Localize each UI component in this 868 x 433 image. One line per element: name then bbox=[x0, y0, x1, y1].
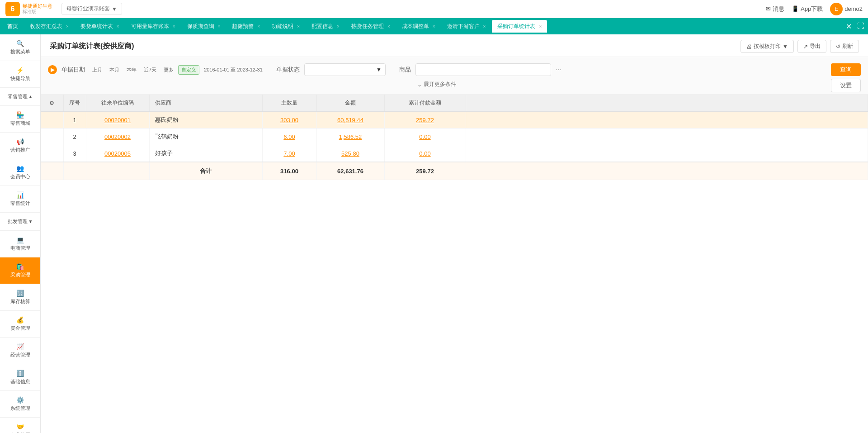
close-icon[interactable]: × bbox=[218, 24, 221, 29]
date-btn-this-month[interactable]: 本月 bbox=[107, 66, 122, 74]
close-icon[interactable]: × bbox=[117, 24, 119, 29]
row-code-0[interactable]: 00020001 bbox=[86, 112, 149, 128]
row-paid-1[interactable]: 0.00 bbox=[384, 128, 466, 145]
col-extra bbox=[466, 95, 868, 112]
export-button[interactable]: ↗ 导出 bbox=[797, 40, 826, 53]
close-icon[interactable]: × bbox=[483, 24, 486, 29]
footer-paid: 259.72 bbox=[384, 162, 466, 180]
page-title: 采购订单统计表(按供应商) bbox=[50, 42, 134, 51]
close-icon[interactable]: × bbox=[66, 24, 69, 29]
row-settings-1 bbox=[41, 128, 63, 145]
sidebar-item-kucun[interactable]: 🔢 库存核算 bbox=[0, 284, 40, 311]
close-icon[interactable]: × bbox=[539, 24, 542, 29]
status-select[interactable]: ▼ bbox=[304, 63, 386, 76]
row-qty-2[interactable]: 7.00 bbox=[262, 145, 316, 162]
date-custom-tag[interactable]: 自定义 bbox=[178, 65, 199, 75]
row-num-0: 1 bbox=[63, 112, 86, 128]
close-icon[interactable]: × bbox=[257, 24, 260, 29]
sidebar-item-quicknav[interactable]: ⚡ 快捷导航 bbox=[0, 61, 40, 88]
dropdown-icon: ▼ bbox=[783, 43, 788, 50]
row-amount-0[interactable]: 60,519.44 bbox=[316, 112, 384, 128]
row-extra-0 bbox=[466, 112, 868, 128]
date-btn-last-month[interactable]: 上月 bbox=[90, 66, 105, 74]
goods-label: 商品 bbox=[399, 66, 411, 74]
print-button[interactable]: 🖨 按模板打印 ▼ bbox=[741, 40, 794, 53]
tab-chengben[interactable]: 成本调整单 × bbox=[396, 20, 441, 33]
sidebar-item-jingying[interactable]: 📈 经营管理 bbox=[0, 338, 40, 364]
close-icon[interactable]: × bbox=[433, 24, 435, 29]
message-btn[interactable]: ✉ 消息 bbox=[766, 5, 784, 13]
row-supplier-0: 惠氏奶粉 bbox=[149, 112, 262, 128]
row-num-1: 2 bbox=[63, 128, 86, 145]
query-button[interactable]: 查询 bbox=[831, 63, 861, 76]
sidebar-item-huiyuan[interactable]: 👥 会员中心 bbox=[0, 159, 40, 186]
expand-icon: ▲ bbox=[28, 94, 33, 99]
row-code-2[interactable]: 00020005 bbox=[86, 145, 149, 162]
chevron-down-icon: ▼ bbox=[376, 67, 382, 73]
tab-baozhiqi[interactable]: 保质期查询 × bbox=[182, 20, 226, 33]
sidebar-item-search[interactable]: 🔍 搜索菜单 bbox=[0, 34, 40, 61]
tab-yaohuo[interactable]: 要货单统计表 × bbox=[75, 20, 125, 33]
tab-peizhi[interactable]: 配置信息 × bbox=[306, 20, 345, 33]
col-qty-header: 主数量 bbox=[262, 95, 316, 112]
sidebar-item-jichu[interactable]: ℹ️ 基础信息 bbox=[0, 364, 40, 391]
logo-icon: 6 bbox=[5, 2, 20, 16]
row-supplier-2: 好孩子 bbox=[149, 145, 262, 162]
org-selector[interactable]: 母婴行业演示账套 ▼ bbox=[61, 3, 122, 15]
goods-input[interactable] bbox=[415, 63, 551, 76]
app-download-btn[interactable]: 📱 App下载 bbox=[792, 5, 823, 13]
window-close-icon[interactable]: ✕ bbox=[844, 22, 854, 31]
sidebar-item-qiye[interactable]: 🤝 企业协同 bbox=[0, 418, 40, 433]
money-icon: 💰 bbox=[16, 316, 24, 324]
col-paid-header: 累计付款金额 bbox=[384, 95, 466, 112]
row-qty-1[interactable]: 6.00 bbox=[262, 128, 316, 145]
date-label: 单据日期 bbox=[61, 66, 85, 74]
tab-yaoqing[interactable]: 邀请下游客户 × bbox=[442, 20, 491, 33]
row-paid-2[interactable]: 0.00 bbox=[384, 145, 466, 162]
filter-toggle-btn[interactable]: ▶ bbox=[48, 65, 57, 74]
sidebar-item-pifa[interactable]: 批发管理 ▼ bbox=[0, 213, 40, 231]
expand-more-btn[interactable]: ⌄ 展开更多条件 bbox=[48, 79, 826, 90]
row-amount-2[interactable]: 525.80 bbox=[316, 145, 384, 162]
col-code-header: 往来单位编码 bbox=[86, 95, 149, 112]
window-maximize-icon[interactable]: ⛶ bbox=[855, 22, 866, 30]
date-btn-more[interactable]: 更多 bbox=[161, 66, 176, 74]
sidebar-item-dianshang[interactable]: 💻 电商管理 bbox=[0, 231, 40, 257]
refresh-icon: ↺ bbox=[836, 43, 840, 50]
sidebar-item-lingshotongji[interactable]: 📊 零售统计 bbox=[0, 186, 40, 213]
tab-shoufahu[interactable]: 收发存汇总表 × bbox=[24, 20, 74, 33]
export-icon: ↗ bbox=[803, 43, 808, 50]
close-icon[interactable]: × bbox=[297, 24, 300, 29]
content-area: 采购订单统计表(按供应商) 🖨 按模板打印 ▼ ↗ 导出 ↺ 刷新 bbox=[41, 34, 868, 433]
sidebar-item-caigou[interactable]: 🛍️ 采购管理 bbox=[0, 257, 40, 284]
tab-keyongliang[interactable]: 可用量库存账本 × bbox=[126, 20, 181, 33]
tab-gongneng[interactable]: 功能说明 × bbox=[266, 20, 305, 33]
row-paid-0[interactable]: 259.72 bbox=[384, 112, 466, 128]
user-avatar-btn[interactable]: E demo2 bbox=[830, 3, 863, 15]
tab-chaochu[interactable]: 超储预警 × bbox=[226, 20, 265, 33]
row-qty-0[interactable]: 303.00 bbox=[262, 112, 316, 128]
sidebar-item-xitong[interactable]: ⚙️ 系统管理 bbox=[0, 391, 40, 418]
tab-caigou[interactable]: 采购订单统计表 × bbox=[492, 20, 547, 33]
col-settings[interactable]: ⚙ bbox=[41, 95, 63, 112]
close-icon[interactable]: × bbox=[387, 24, 390, 29]
row-amount-1[interactable]: 1,586.52 bbox=[316, 128, 384, 145]
sidebar-item-lingshoucheng[interactable]: 🏪 零售商城 bbox=[0, 106, 40, 133]
refresh-button[interactable]: ↺ 刷新 bbox=[830, 40, 859, 53]
sidebar-item-lingshou[interactable]: 零售管理 ▲ bbox=[0, 88, 40, 106]
phone-icon: 📱 bbox=[792, 5, 799, 12]
date-btn-this-year[interactable]: 本年 bbox=[124, 66, 139, 74]
close-icon[interactable]: × bbox=[337, 24, 340, 29]
settings-button[interactable]: 设置 bbox=[831, 79, 861, 92]
tab-zhihuo[interactable]: 拣货任务管理 × bbox=[346, 20, 396, 33]
row-settings-2 bbox=[41, 145, 63, 162]
header-actions: 🖨 按模板打印 ▼ ↗ 导出 ↺ 刷新 bbox=[741, 40, 859, 53]
tab-home[interactable]: 首页 bbox=[2, 20, 24, 33]
sidebar-item-yingxiao[interactable]: 📢 营销推广 bbox=[0, 133, 40, 159]
more-options-icon[interactable]: ··· bbox=[556, 66, 561, 74]
sidebar-item-zijin[interactable]: 💰 资金管理 bbox=[0, 311, 40, 338]
logo-text: 畅捷通好生意 标准版 bbox=[23, 3, 52, 14]
date-btn-7days[interactable]: 近7天 bbox=[141, 66, 159, 74]
row-code-1[interactable]: 00020002 bbox=[86, 128, 149, 145]
close-icon[interactable]: × bbox=[173, 24, 175, 29]
